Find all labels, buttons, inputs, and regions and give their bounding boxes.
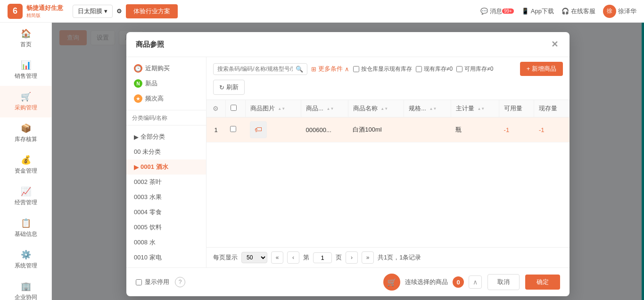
col-unit: 主计量 ▲▼ (451, 100, 499, 117)
prev-page-btn[interactable]: ‹ (287, 251, 299, 264)
cat-0008[interactable]: 0008 水 (126, 235, 206, 250)
col-image: 商品图片 ▲▼ (245, 100, 301, 117)
col-stock: 现存量 (534, 100, 570, 117)
user-avatar-btn[interactable]: 徐 徐泽华 (603, 5, 636, 18)
select-all-checkbox[interactable] (231, 105, 237, 111)
usable-checkbox[interactable] (456, 66, 462, 72)
new-product-btn[interactable]: + 新增商品 (520, 62, 563, 76)
settings-icon[interactable]: ⚙ (116, 8, 122, 15)
per-page-select[interactable]: 50 100 200 (241, 252, 267, 263)
headset-icon: 🎧 (561, 8, 569, 15)
cat-0003[interactable]: 0003 水果 (126, 190, 206, 205)
category-search-input[interactable] (132, 115, 203, 121)
available-checkbox-label[interactable]: 现有库存≠0 (416, 65, 453, 73)
sidebar-label-stock: 库存核算 (15, 135, 37, 143)
freq-label: 频次高 (145, 94, 164, 103)
table-header-row: ⚙ 商品图片 ▲▼ 商品... ▲▼ (206, 100, 570, 117)
row-stock-cell: -1 (534, 117, 570, 142)
sidebar-item-operations[interactable]: 📈 经营管理 (0, 181, 51, 212)
quick-freq[interactable]: ★ 频次高 (126, 91, 206, 106)
category-search: 🔍 (126, 110, 206, 125)
product-image-icon: 🏷 (255, 125, 262, 134)
sidebar-item-stock[interactable]: 📦 库存核算 (0, 117, 51, 149)
purchase-icon: 🛒 (21, 92, 31, 102)
help-icon-btn[interactable]: ? (175, 277, 185, 287)
confirm-btn[interactable]: 确定 (525, 275, 560, 290)
column-settings-icon[interactable]: ⚙ (213, 105, 219, 112)
usable-checkbox-label[interactable]: 可用库存≠0 (456, 65, 493, 73)
sidebar-item-enterprise[interactable]: 🏢 企业协同 (0, 275, 51, 300)
store-selector[interactable]: 日太阳膜 ▾ (73, 5, 113, 18)
sidebar-item-basic[interactable]: 📋 基础信息 (0, 212, 51, 244)
top-nav: 6 畅捷通好生意 精简版 日太阳膜 ▾ ⚙ 体验行业方案 💬 消息 99+ 📱 … (0, 0, 644, 23)
sidebar-item-system[interactable]: ⚙️ 系统管理 (0, 244, 51, 275)
home-icon: 🏠 (21, 28, 31, 39)
stock-icon: 📦 (21, 123, 31, 133)
right-panel: 🔍 ⊞ 更多条件 ∧ 按仓库显示现有库存 (206, 57, 570, 267)
recent-label: 近期购买 (145, 64, 170, 73)
cat-0010[interactable]: 0010 家电 (126, 250, 206, 265)
cat-0001[interactable]: ▶ 0001 酒水 (126, 159, 206, 175)
refresh-btn[interactable]: ↻ 刷新 (213, 80, 245, 95)
quick-new[interactable]: N 新品 (126, 76, 206, 91)
sort-image-icon: ▲▼ (278, 107, 285, 111)
messages-btn[interactable]: 💬 消息 99+ (480, 7, 514, 16)
row-code-cell: 000600... (301, 117, 348, 142)
cancel-btn[interactable]: 取消 (487, 274, 520, 290)
new-label: 新品 (145, 79, 157, 88)
row-image-cell: 🏷 (245, 117, 301, 142)
total-info: 共1页，1条记录 (378, 253, 421, 262)
chevron-up-icon: ∧ (345, 66, 349, 73)
cat-uncat[interactable]: 00 未分类 (126, 144, 206, 159)
filter-icon: ⊞ (311, 66, 316, 73)
app-download-btn[interactable]: 📱 App下载 (521, 7, 554, 16)
modal-body: 🕒 近期购买 N 新品 ★ 频次高 (126, 57, 570, 267)
cat-0002[interactable]: 0002 茶叶 (126, 175, 206, 190)
product-search-icon[interactable]: 🔍 (296, 66, 303, 73)
table-row[interactable]: 1 🏷 (206, 117, 570, 142)
product-thumbnail: 🏷 (250, 121, 267, 138)
row-checkbox[interactable] (230, 126, 236, 132)
sidebar-item-purchase[interactable]: 🛒 采购管理 (0, 86, 51, 117)
available-checkbox[interactable] (416, 66, 422, 72)
row-available-cell: -1 (499, 117, 534, 142)
page-number-input[interactable] (313, 252, 332, 263)
quick-recent[interactable]: 🕒 近期购买 (126, 61, 206, 76)
sidebar-item-finance[interactable]: 💰 资金管理 (0, 149, 51, 181)
enterprise-icon: 🏢 (21, 281, 31, 292)
last-page-btn[interactable]: » (362, 251, 374, 264)
product-table-area: ⚙ 商品图片 ▲▼ 商品... ▲▼ (206, 100, 570, 247)
cat-0001-arrow: ▶ (134, 164, 139, 171)
freq-icon: ★ (134, 94, 142, 103)
sidebar-label-system: 系统管理 (15, 262, 37, 270)
warehouse-checkbox-label[interactable]: 按仓库显示现有库存 (353, 65, 412, 73)
sort-unit-icon: ▲▼ (477, 107, 485, 111)
warehouse-checkbox[interactable] (353, 66, 359, 72)
next-page-btn[interactable]: › (346, 251, 358, 264)
page-label: 第 (303, 253, 309, 262)
sidebar: 🏠 首页 📊 销售管理 🛒 采购管理 📦 库存核算 💰 资金管理 📈 经营管理 … (0, 23, 52, 300)
cat-all[interactable]: ▶ 全部分类 (126, 129, 206, 144)
cat-0005[interactable]: 0005 饮料 (126, 220, 206, 235)
show-disabled-checkbox[interactable] (136, 279, 142, 285)
cart-btn[interactable]: 🛒 (383, 274, 400, 291)
sidebar-label-purchase: 采购管理 (15, 104, 37, 112)
logo-text: 畅捷通好生意 精简版 (26, 4, 63, 19)
sidebar-label-home: 首页 (20, 41, 32, 49)
product-search-input[interactable] (217, 66, 293, 72)
sidebar-label-basic: 基础信息 (15, 230, 37, 238)
col-settings[interactable]: ⚙ (206, 100, 225, 117)
chevron-up-btn[interactable]: ∧ (469, 275, 482, 289)
experience-btn[interactable]: 体验行业方案 (126, 4, 178, 18)
row-name-cell: 白酒100ml (348, 117, 404, 142)
sidebar-item-sales[interactable]: 📊 销售管理 (0, 54, 51, 86)
cat-0004[interactable]: 0004 零食 (126, 205, 206, 220)
modal-close-btn[interactable]: ✕ (549, 39, 560, 50)
sidebar-item-home[interactable]: 🏠 首页 (0, 23, 51, 54)
more-filters-btn[interactable]: ⊞ 更多条件 ∧ (311, 65, 349, 73)
col-name: 商品名称 ▲▼ (348, 100, 404, 117)
show-disabled-label[interactable]: 显示停用 (136, 278, 169, 286)
first-page-btn[interactable]: « (271, 251, 283, 264)
online-service-btn[interactable]: 🎧 在线客服 (561, 7, 595, 16)
col-spec: 规格... ▲▼ (404, 100, 451, 117)
